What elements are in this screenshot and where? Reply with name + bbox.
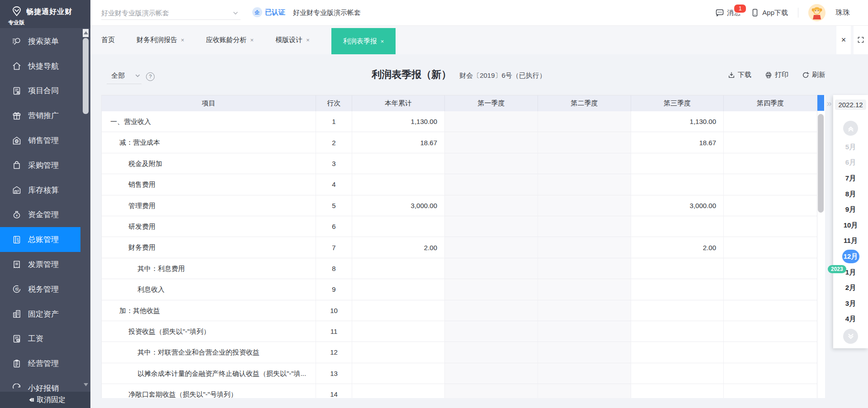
value-cell[interactable] (724, 111, 817, 132)
month-1月[interactable]: 1月 (845, 265, 856, 280)
table-row[interactable]: 净敞口套期收益（损失以"-"号填列）14 (102, 384, 817, 398)
value-cell[interactable] (631, 174, 724, 195)
value-cell[interactable]: 1,130.00 (631, 111, 724, 132)
refresh-button[interactable]: 刷新 (802, 71, 826, 79)
download-button[interactable]: 下载 (728, 71, 751, 79)
item-cell[interactable]: 其中：利息费用 (102, 258, 316, 279)
scroll-months-up-icon[interactable] (843, 121, 858, 136)
value-cell[interactable] (538, 111, 631, 132)
table-row[interactable]: 销售费用4 (102, 174, 817, 195)
value-cell[interactable] (724, 132, 817, 153)
value-cell[interactable] (538, 195, 631, 216)
value-cell[interactable] (724, 321, 817, 342)
value-cell[interactable] (445, 153, 538, 174)
item-cell[interactable]: 净敞口套期收益（损失以"-"号填列） (102, 384, 316, 398)
value-cell[interactable] (631, 216, 724, 237)
sidebar-scrollbar[interactable] (83, 38, 89, 114)
value-cell[interactable]: 3,000.00 (352, 195, 445, 216)
line-no-cell[interactable]: 14 (316, 384, 352, 398)
value-cell[interactable] (631, 321, 724, 342)
value-cell[interactable] (352, 216, 445, 237)
tab-close-icon[interactable]: × (306, 37, 310, 43)
sidebar-item-工资[interactable]: %工资 (0, 327, 80, 351)
value-cell[interactable] (724, 216, 817, 237)
value-cell[interactable]: 1,130.00 (352, 111, 445, 132)
sidebar-item-项目合同[interactable]: 项目合同 (0, 79, 80, 104)
item-cell[interactable]: 研发费用 (102, 216, 316, 237)
value-cell[interactable] (538, 384, 631, 398)
value-cell[interactable]: 18.67 (352, 132, 445, 153)
sidebar-item-库存核算[interactable]: 库存核算 (0, 178, 80, 203)
table-row[interactable]: 以摊余成本计量的金融资产终止确认收益（损失以"-"填...13 (102, 363, 817, 384)
value-cell[interactable] (724, 342, 817, 363)
line-no-cell[interactable]: 2 (316, 132, 352, 153)
tab-close-icon[interactable]: × (381, 38, 384, 45)
value-cell[interactable] (538, 342, 631, 363)
user-name[interactable]: 珠珠 (835, 8, 850, 18)
value-cell[interactable] (445, 384, 538, 398)
table-row[interactable]: 投资收益（损失以"-"填列）11 (102, 321, 817, 342)
messages-button[interactable]: 消息 1 (715, 8, 741, 17)
value-cell[interactable] (445, 279, 538, 300)
item-cell[interactable]: 投资收益（损失以"-"填列） (102, 321, 316, 342)
item-cell[interactable]: 利息收入 (102, 279, 316, 300)
item-cell[interactable]: 财务费用 (102, 237, 316, 258)
sidebar-item-税务管理[interactable]: 税税务管理 (0, 277, 80, 302)
sidebar-item-固定资产[interactable]: 固定资产 (0, 302, 80, 327)
value-cell[interactable]: 3,000.00 (631, 195, 724, 216)
value-cell[interactable] (445, 237, 538, 258)
value-cell[interactable] (631, 384, 724, 398)
line-no-cell[interactable]: 11 (316, 321, 352, 342)
tab-模版设计[interactable]: 模版设计× (275, 25, 310, 54)
value-cell[interactable] (631, 342, 724, 363)
month-4月[interactable]: 4月 (845, 312, 856, 327)
value-cell[interactable] (445, 111, 538, 132)
value-cell[interactable]: 2.00 (352, 237, 445, 258)
value-cell[interactable] (538, 132, 631, 153)
scroll-months-down-icon[interactable] (843, 329, 858, 344)
value-cell[interactable] (445, 195, 538, 216)
table-row[interactable]: 一、营业收入11,130.001,130.00 (102, 111, 817, 132)
value-cell[interactable] (538, 216, 631, 237)
table-row[interactable]: 加：其他收益10 (102, 300, 817, 321)
line-no-cell[interactable]: 7 (316, 237, 352, 258)
value-cell[interactable] (352, 174, 445, 195)
value-cell[interactable] (724, 153, 817, 174)
sidebar-item-资金管理[interactable]: ¥资金管理 (0, 203, 80, 228)
month-10月[interactable]: 10月 (844, 218, 858, 233)
item-cell[interactable]: 税金及附加 (102, 153, 316, 174)
value-cell[interactable] (724, 258, 817, 279)
item-cell[interactable]: 减：营业成本 (102, 132, 316, 153)
line-no-cell[interactable]: 5 (316, 195, 352, 216)
line-no-cell[interactable]: 4 (316, 174, 352, 195)
table-row[interactable]: 管理费用53,000.003,000.00 (102, 195, 817, 216)
value-cell[interactable]: 18.67 (631, 132, 724, 153)
tab-首页[interactable]: 首页 (101, 25, 115, 54)
value-cell[interactable] (352, 279, 445, 300)
item-cell[interactable]: 加：其他收益 (102, 300, 316, 321)
value-cell[interactable] (445, 174, 538, 195)
sidebar-item-采购管理[interactable]: 采购管理 (0, 153, 80, 178)
value-cell[interactable] (724, 237, 817, 258)
scope-select[interactable]: 全部 (107, 71, 142, 84)
table-row[interactable]: 研发费用6 (102, 216, 817, 237)
table-row[interactable]: 减：营业成本218.6718.67 (102, 132, 817, 153)
tab-应收账龄分析[interactable]: 应收账龄分析× (206, 25, 254, 54)
unpin-button[interactable]: 取消固定 (0, 392, 90, 408)
line-no-cell[interactable]: 13 (316, 363, 352, 384)
month-3月[interactable]: 3月 (845, 296, 856, 312)
value-cell[interactable] (724, 384, 817, 398)
sidebar-item-快捷导航[interactable]: 快捷导航 (0, 54, 80, 79)
table-row[interactable]: 财务费用72.002.00 (102, 237, 817, 258)
account-set-select[interactable]: 好业财专业版演示帐套 (101, 7, 241, 20)
line-no-cell[interactable]: 8 (316, 258, 352, 279)
sidebar-scroll-down-icon[interactable] (83, 381, 89, 388)
collapse-period-panel-icon[interactable]: » (825, 98, 834, 109)
value-cell[interactable] (538, 237, 631, 258)
sidebar-item-发票管理[interactable]: 发票管理 (0, 252, 80, 277)
item-cell[interactable]: 其中：对联营企业和合营企业的投资收益 (102, 342, 316, 363)
value-cell[interactable] (445, 300, 538, 321)
value-cell[interactable] (445, 342, 538, 363)
print-button[interactable]: 打印 (765, 71, 788, 79)
sidebar-item-小好报销[interactable]: 小好报销 (0, 376, 80, 392)
